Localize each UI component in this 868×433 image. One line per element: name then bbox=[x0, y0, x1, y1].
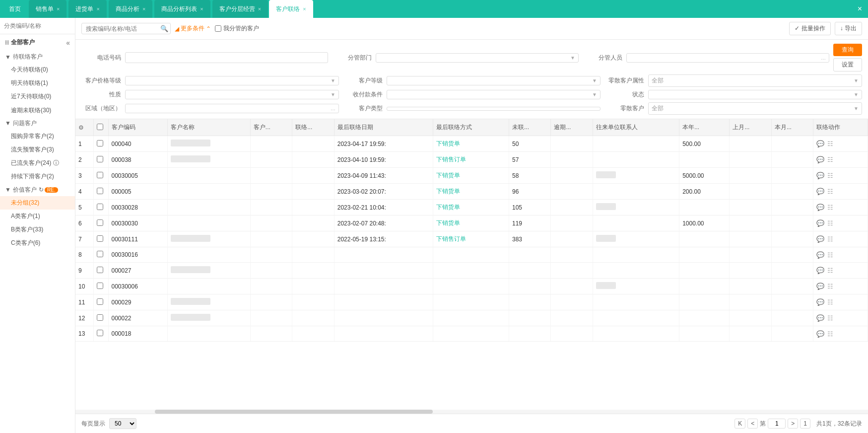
sidebar-item-c-class[interactable]: C类客户(6) bbox=[0, 236, 75, 250]
tab-customer-contact[interactable]: 客户联络 × bbox=[269, 0, 313, 18]
row-checkbox[interactable] bbox=[97, 330, 103, 336]
horizontal-scrollbar[interactable] bbox=[75, 410, 868, 414]
more-icon[interactable]: ☷ bbox=[827, 330, 833, 338]
contact-method-link[interactable]: 下销货单 bbox=[436, 172, 460, 179]
row-checkbox[interactable] bbox=[97, 298, 103, 305]
more-icon[interactable]: ☷ bbox=[827, 188, 833, 195]
settings-icon[interactable]: ⚙ bbox=[78, 124, 84, 131]
message-icon[interactable]: 💬 bbox=[816, 314, 824, 322]
sidebar-collapse-button[interactable]: « bbox=[66, 39, 70, 47]
last-page-button[interactable]: 1 bbox=[800, 419, 810, 429]
tab-goods-list[interactable]: 商品分析列表 × bbox=[154, 0, 210, 18]
more-icon[interactable]: ☷ bbox=[827, 298, 833, 306]
th-this-year[interactable]: 本年... bbox=[679, 119, 730, 136]
tab-goods-analysis[interactable]: 商品分析 × bbox=[109, 0, 152, 18]
filter-customer-level-select[interactable]: ▼ bbox=[387, 76, 601, 85]
row-checkbox[interactable] bbox=[97, 235, 103, 242]
row-checkbox[interactable] bbox=[97, 283, 103, 289]
prev-page-button[interactable]: < bbox=[747, 419, 758, 429]
more-icon[interactable]: ☷ bbox=[827, 172, 833, 179]
th-last-month[interactable]: 上月... bbox=[730, 119, 771, 136]
contact-method-link[interactable]: 下销货单 bbox=[436, 140, 460, 147]
row-checkbox-cell[interactable] bbox=[93, 231, 108, 247]
next-page-button[interactable]: > bbox=[788, 419, 798, 429]
more-icon[interactable]: ☷ bbox=[827, 204, 833, 211]
row-checkbox-cell[interactable] bbox=[93, 136, 108, 152]
tab-purchase[interactable]: 进货单 × bbox=[68, 0, 106, 18]
filter-search-icon[interactable]: 🔍 bbox=[160, 25, 168, 32]
th-contacts[interactable]: 往来单位联系人 bbox=[593, 119, 679, 136]
message-icon[interactable]: 💬 bbox=[816, 140, 824, 147]
sidebar-section-value[interactable]: ▼ 价值客户 ↻ RE. bbox=[0, 184, 75, 196]
per-page-select[interactable]: 50 20 100 bbox=[109, 418, 136, 429]
export-button[interactable]: ↓ 导出 bbox=[835, 22, 862, 35]
window-close-button[interactable]: × bbox=[854, 4, 866, 13]
my-customers-checkbox[interactable] bbox=[215, 25, 221, 32]
message-icon[interactable]: 💬 bbox=[816, 172, 824, 179]
select-all-checkbox[interactable] bbox=[97, 124, 103, 130]
more-icon[interactable]: ☷ bbox=[827, 140, 833, 147]
row-checkbox[interactable] bbox=[97, 204, 103, 210]
message-icon[interactable]: 💬 bbox=[816, 283, 824, 290]
more-icon[interactable]: ☷ bbox=[827, 267, 833, 274]
filter-region-select[interactable]: … bbox=[125, 104, 339, 113]
tab-goods-analysis-close[interactable]: × bbox=[142, 6, 145, 12]
row-checkbox-cell[interactable] bbox=[93, 326, 108, 342]
contact-method-link[interactable]: 下销货单 bbox=[436, 219, 460, 226]
th-contact[interactable]: 联络... bbox=[292, 119, 334, 136]
sidebar-item-churn-warning[interactable]: 流失预警客户(3) bbox=[0, 143, 75, 156]
th-no-contact[interactable]: 未联... bbox=[509, 119, 550, 136]
th-action[interactable]: 联络动作 bbox=[813, 119, 868, 136]
filter-property-select[interactable]: ▼ bbox=[125, 90, 339, 99]
contact-method-link[interactable]: 下销售订单 bbox=[436, 235, 466, 242]
more-icon[interactable]: ☷ bbox=[827, 219, 833, 227]
row-checkbox-cell[interactable] bbox=[93, 294, 108, 310]
filter-phone-input[interactable] bbox=[125, 52, 328, 63]
message-icon[interactable]: 💬 bbox=[816, 267, 824, 274]
message-icon[interactable]: 💬 bbox=[816, 235, 824, 243]
tab-customer-layer[interactable]: 客户分层经营 × bbox=[212, 0, 268, 18]
row-checkbox[interactable] bbox=[97, 172, 103, 178]
tab-customer-contact-close[interactable]: × bbox=[303, 6, 306, 12]
sidebar-item-7days-pending[interactable]: 近7天待联络(0) bbox=[0, 90, 75, 103]
scrollbar-thumb[interactable] bbox=[155, 410, 433, 414]
filter-dept-select[interactable]: ▼ bbox=[376, 53, 579, 63]
th-type[interactable]: 客户... bbox=[250, 119, 292, 136]
tab-sales-close[interactable]: × bbox=[57, 6, 60, 12]
contact-method-link[interactable]: 下销货单 bbox=[436, 204, 460, 211]
sidebar-search-input[interactable] bbox=[4, 22, 75, 29]
row-checkbox-cell[interactable] bbox=[93, 200, 108, 216]
refresh-icon[interactable]: ↻ bbox=[39, 186, 44, 193]
first-page-button[interactable]: K bbox=[734, 419, 745, 429]
tab-goods-list-close[interactable]: × bbox=[200, 6, 203, 12]
row-checkbox[interactable] bbox=[97, 314, 103, 321]
row-checkbox[interactable] bbox=[97, 219, 103, 226]
more-icon[interactable]: ☷ bbox=[827, 314, 833, 322]
message-icon[interactable]: 💬 bbox=[816, 251, 824, 259]
sidebar-item-b-class[interactable]: B类客户(33) bbox=[0, 223, 75, 236]
filter-staff-select[interactable]: … bbox=[626, 53, 829, 63]
th-code[interactable]: 客户编码 bbox=[108, 119, 167, 136]
message-icon[interactable]: 💬 bbox=[816, 156, 824, 163]
my-customers-checkbox-label[interactable]: 我分管的客户 bbox=[215, 24, 259, 33]
sidebar-section-problem[interactable]: ▼ 问题客户 bbox=[0, 117, 75, 130]
th-settings[interactable]: ⚙ bbox=[75, 119, 93, 136]
row-checkbox[interactable] bbox=[97, 156, 103, 162]
sidebar-all-customers[interactable]: ⁝⁝ 全部客户 « bbox=[0, 34, 75, 51]
filter-price-level-select[interactable]: ▼ bbox=[125, 76, 339, 85]
row-checkbox-cell[interactable] bbox=[93, 152, 108, 168]
row-checkbox-cell[interactable] bbox=[93, 263, 108, 279]
row-checkbox[interactable] bbox=[97, 140, 103, 146]
filter-payment-select[interactable]: ▼ bbox=[387, 90, 601, 99]
message-icon[interactable]: 💬 bbox=[816, 219, 824, 227]
row-checkbox-cell[interactable] bbox=[93, 247, 108, 263]
reset-button[interactable]: 设置 bbox=[833, 58, 862, 72]
sidebar-item-today-pending[interactable]: 今天待联络(0) bbox=[0, 63, 75, 76]
row-checkbox[interactable] bbox=[97, 267, 103, 273]
sidebar-item-declining[interactable]: 持续下滑客户(2) bbox=[0, 170, 75, 183]
sidebar-section-pending[interactable]: ▼ 待联络客户 bbox=[0, 51, 75, 63]
more-icon[interactable]: ☷ bbox=[827, 251, 833, 259]
message-icon[interactable]: 💬 bbox=[816, 298, 824, 306]
tab-sales[interactable]: 销售单 × bbox=[29, 0, 67, 18]
th-last-contact-method[interactable]: 最后联络方式 bbox=[433, 119, 509, 136]
